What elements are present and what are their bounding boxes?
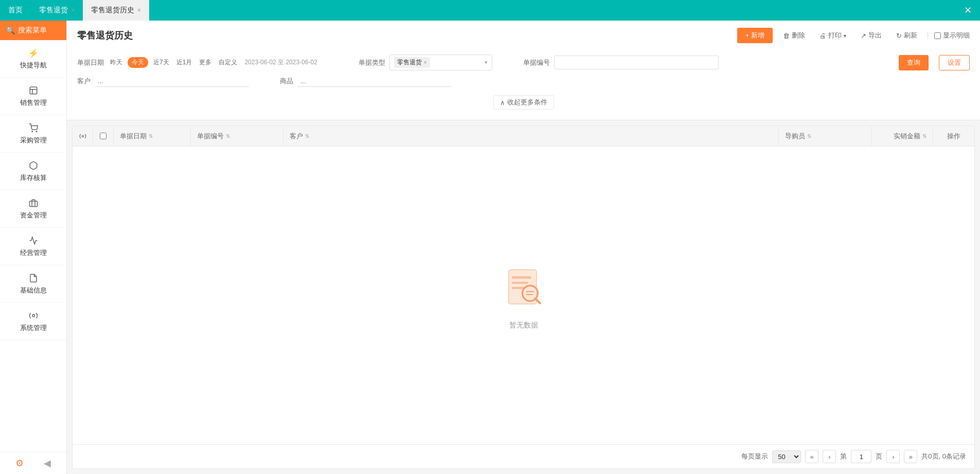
page-size-select[interactable]: 50 100 200	[772, 450, 801, 463]
sidebar-item-quick-nav[interactable]: ⚡ 快捷导航	[0, 40, 66, 78]
tab-retail-return-history-label: 零售退货历史	[91, 6, 134, 15]
delete-label: 删除	[792, 31, 805, 40]
th-guide[interactable]: 导购员 ⇅	[779, 126, 871, 146]
print-icon: 🖨	[819, 32, 826, 40]
tab-retail-return-history-close[interactable]: ×	[137, 7, 141, 14]
page-unit: 页	[876, 452, 882, 461]
svg-point-2	[36, 131, 37, 132]
add-button[interactable]: + 新增	[737, 28, 773, 43]
th-customer[interactable]: 客户 ⇅	[283, 126, 779, 146]
page-prev-button[interactable]: ‹	[823, 450, 836, 463]
sidebar-item-purchase[interactable]: 采购管理	[0, 115, 66, 153]
customer-filter-label: 客户	[77, 77, 91, 86]
query-button[interactable]: 查询	[899, 55, 929, 70]
th-customer-label: 客户	[290, 132, 303, 141]
sidebar-item-finance[interactable]: 资金管理	[0, 190, 66, 228]
export-label: 导出	[868, 31, 882, 40]
sidebar-item-inventory[interactable]: 库存核算	[0, 153, 66, 190]
sidebar-search[interactable]: 🔍 搜索菜单	[0, 21, 66, 40]
th-number-sort[interactable]: ⇅	[226, 133, 230, 139]
sidebar-item-label: 采购管理	[20, 136, 47, 145]
number-filter-label: 单据编号	[523, 58, 550, 67]
th-date-label: 单据日期	[120, 132, 147, 141]
th-date-sort[interactable]: ⇅	[149, 133, 153, 139]
sidebar-item-business[interactable]: 经营管理	[0, 228, 66, 265]
date-filter-label: 单据日期	[77, 58, 104, 67]
number-input[interactable]	[554, 56, 719, 69]
page-input[interactable]	[851, 450, 871, 463]
refresh-button[interactable]: ↻ 刷新	[892, 29, 921, 42]
goods-input[interactable]	[297, 76, 452, 87]
page-first-button[interactable]: «	[805, 450, 818, 463]
th-number[interactable]: 单据编号 ⇅	[191, 126, 283, 146]
tab-retail-return[interactable]: 零售退货 ×	[31, 0, 83, 21]
type-select-arrow: ▾	[485, 59, 488, 66]
setting-button[interactable]: 设置	[939, 55, 970, 70]
date-yesterday[interactable]: 昨天	[108, 57, 124, 68]
filter-area: 单据日期 昨天 今天 近7天 近1月 更多 自定义 2023-06-02 至 2…	[77, 49, 970, 115]
th-guide-label: 导购员	[785, 132, 805, 141]
window-close-button[interactable]: ✕	[964, 5, 972, 16]
type-tag-close[interactable]: ×	[424, 60, 427, 65]
show-detail-checkbox[interactable]: 显示明细	[934, 31, 970, 40]
app-body: 🔍 搜索菜单 ⚡ 快捷导航 销售管理 采购管理 库存核算	[0, 21, 980, 474]
page-header: 零售退货历史 + 新增 🗑 删除 🖨 打印 ▾ ↗ 导出	[67, 21, 980, 120]
data-table: 单据日期 ⇅ 单据编号 ⇅ 客户 ⇅ 导购员 ⇅ 实销金额 ⇅	[72, 125, 975, 469]
pagination-bar: 每页显示 50 100 200 « ‹ 第 页 › » 共0页, 0条记录	[73, 444, 974, 468]
customer-filter: 客户	[77, 76, 249, 87]
sidebar-item-system[interactable]: 系统管理	[0, 303, 66, 340]
svg-point-4	[32, 315, 34, 317]
sidebar-item-base-info[interactable]: 基础信息	[0, 265, 66, 303]
date-1month[interactable]: 近1月	[174, 57, 194, 68]
column-settings-icon	[79, 133, 86, 140]
toolbar-divider	[928, 32, 928, 39]
page-last-button[interactable]: »	[904, 450, 917, 463]
type-select[interactable]: 零售退货 × ▾	[389, 54, 492, 70]
svg-rect-7	[511, 276, 530, 279]
customer-input[interactable]	[95, 76, 249, 87]
date-more[interactable]: 更多	[197, 57, 213, 68]
filter-row-1: 单据日期 昨天 今天 近7天 近1月 更多 自定义 2023-06-02 至 2…	[77, 54, 970, 70]
page-title-row: 零售退货历史 + 新增 🗑 删除 🖨 打印 ▾ ↗ 导出	[77, 28, 970, 43]
sidebar-item-label: 经营管理	[20, 248, 47, 258]
sidebar-item-sales[interactable]: 销售管理	[0, 78, 66, 115]
page-next-button[interactable]: ›	[886, 450, 900, 463]
print-button[interactable]: 🖨 打印 ▾	[815, 29, 850, 42]
per-page-label: 每页显示	[741, 452, 768, 461]
th-customer-sort[interactable]: ⇅	[305, 133, 309, 139]
tab-retail-return-history[interactable]: 零售退货历史 ×	[83, 0, 149, 21]
date-today[interactable]: 今天	[128, 57, 148, 68]
sidebar-bottom: ⚙ ◀	[0, 452, 66, 474]
th-settings[interactable]	[73, 127, 93, 145]
sidebar-search-label: 搜索菜单	[18, 26, 47, 35]
delete-button[interactable]: 🗑 删除	[779, 29, 809, 42]
toolbar: + 新增 🗑 删除 🖨 打印 ▾ ↗ 导出 ↻	[737, 28, 970, 43]
th-guide-sort[interactable]: ⇅	[807, 133, 811, 139]
base-info-icon	[28, 272, 39, 284]
th-date[interactable]: 单据日期 ⇅	[114, 126, 191, 146]
th-amount[interactable]: 实销金额 ⇅	[871, 126, 933, 146]
delete-icon: 🗑	[783, 32, 790, 40]
page-label: 第	[840, 452, 847, 461]
tab-retail-return-close[interactable]: ×	[71, 7, 75, 14]
date-filter: 单据日期 昨天 今天 近7天 近1月 更多 自定义	[77, 57, 239, 68]
collapse-filter-button[interactable]: ∧ 收起更多条件	[493, 95, 554, 110]
nav-tabs: 首页 零售退货 × 零售退货历史 ×	[0, 0, 980, 21]
date-7days[interactable]: 近7天	[151, 57, 171, 68]
th-checkbox[interactable]	[93, 127, 114, 144]
export-button[interactable]: ↗ 导出	[857, 29, 886, 42]
date-custom[interactable]: 自定义	[217, 57, 239, 68]
show-detail-input[interactable]	[934, 32, 941, 39]
finance-icon	[28, 197, 39, 209]
collapse-sidebar-icon[interactable]: ◀	[44, 458, 51, 469]
tab-home[interactable]: 首页	[0, 0, 31, 21]
settings-bottom-icon[interactable]: ⚙	[15, 458, 24, 469]
number-filter: 单据编号	[523, 56, 719, 69]
date-shortcuts: 昨天 今天 近7天 近1月 更多 自定义	[108, 57, 239, 68]
quick-nav-icon: ⚡	[28, 47, 39, 59]
type-filter: 单据类型 零售退货 × ▾	[359, 54, 492, 70]
sidebar-item-label: 库存核算	[20, 173, 47, 183]
empty-icon	[498, 261, 549, 313]
th-amount-sort[interactable]: ⇅	[922, 133, 926, 139]
select-all-checkbox[interactable]	[100, 133, 106, 139]
